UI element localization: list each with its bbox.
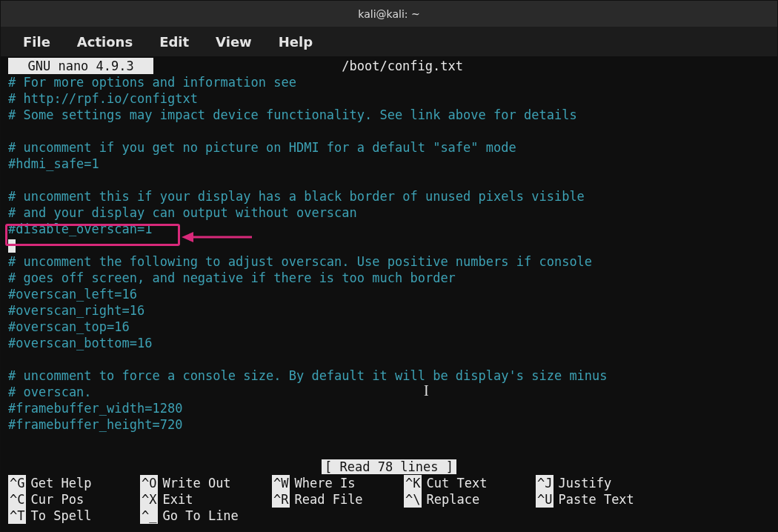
shortcut-key: ^W	[272, 475, 290, 491]
shortcut-item: ^WWhere Is	[272, 475, 404, 491]
shortcut-key: ^U	[536, 491, 553, 508]
editor-line[interactable]: # goes off screen, and negative if there…	[8, 270, 770, 286]
shortcut-item: ^KCut Text	[404, 475, 536, 491]
nano-titlebar: GNU nano 4.9.3 /boot/config.txt	[1, 58, 777, 74]
nano-footer: [ Read 78 lines ] ^GGet Help^OWrite Out^…	[8, 459, 770, 524]
menubar: File Actions Edit View Help	[0, 27, 778, 56]
terminal[interactable]: GNU nano 4.9.3 /boot/config.txt # For mo…	[0, 56, 778, 532]
menu-actions[interactable]: Actions	[65, 30, 144, 54]
editor-line[interactable]: #framebuffer_width=1280	[8, 400, 770, 416]
shortcut-item: ^GGet Help	[8, 475, 140, 491]
nano-filename: /boot/config.txt	[153, 58, 651, 74]
editor-line[interactable]: #overscan_right=16	[8, 302, 770, 319]
nano-version: GNU nano 4.9.3	[8, 58, 153, 74]
shortcut-label: Where Is	[290, 475, 355, 491]
shortcut-label: Cut Text	[422, 475, 487, 491]
editor-line[interactable]: #overscan_bottom=16	[8, 335, 770, 351]
editor-line[interactable]: # overscan.	[8, 384, 770, 400]
shortcut-key: ^O	[140, 475, 158, 491]
shortcut-key: ^J	[536, 475, 553, 491]
shortcut-item: ^XExit	[140, 491, 272, 508]
editor-line[interactable]: # uncomment the following to adjust over…	[8, 253, 770, 270]
shortcut-item: ^CCur Pos	[8, 491, 140, 508]
nano-status-message: [ Read 78 lines ]	[8, 459, 770, 475]
menu-help[interactable]: Help	[267, 30, 325, 54]
editor-line[interactable]: # and your display can output without ov…	[8, 205, 770, 221]
editor-line[interactable]: #framebuffer_height=720	[8, 416, 770, 433]
editor-line[interactable]: # http://rpf.io/configtxt	[8, 90, 770, 107]
editor-line[interactable]	[8, 351, 770, 368]
editor-content[interactable]: # For more options and information see# …	[1, 74, 777, 433]
editor-line[interactable]: # Some settings may impact device functi…	[8, 107, 770, 123]
shortcut-label: Read File	[290, 491, 362, 508]
shortcut-label: To Spell	[26, 508, 91, 524]
menu-edit[interactable]: Edit	[147, 30, 201, 54]
shortcut-item: ^_Go To Line	[140, 508, 272, 524]
editor-line[interactable]	[8, 123, 770, 139]
editor-line[interactable]	[8, 172, 770, 188]
window-titlebar: kali@kali: ~	[0, 0, 778, 27]
cursor	[8, 239, 16, 253]
editor-line[interactable]: #disable_overscan=1	[8, 221, 770, 237]
editor-line[interactable]: # uncomment this if your display has a b…	[8, 188, 770, 205]
shortcut-item: ^JJustify	[536, 475, 668, 491]
window-title: kali@kali: ~	[358, 8, 419, 20]
shortcut-item: ^OWrite Out	[140, 475, 272, 491]
shortcut-item: ^TTo Spell	[8, 508, 140, 524]
shortcut-key: ^T	[8, 508, 26, 524]
editor-line[interactable]: #hdmi_safe=1	[8, 156, 770, 172]
shortcut-label: Exit	[158, 491, 193, 508]
shortcut-label: Paste Text	[553, 491, 634, 508]
editor-line[interactable]: #overscan_left=16	[8, 286, 770, 302]
shortcut-label: Write Out	[158, 475, 230, 491]
shortcut-key: ^G	[8, 475, 26, 491]
shortcut-label: Go To Line	[158, 508, 238, 524]
shortcut-key: ^R	[272, 491, 290, 508]
menu-view[interactable]: View	[204, 30, 264, 54]
nano-shortcuts: ^GGet Help^OWrite Out^WWhere Is^KCut Tex…	[8, 475, 770, 524]
shortcut-item: ^RRead File	[272, 491, 404, 508]
shortcut-key: ^C	[8, 491, 26, 508]
shortcut-label: Replace	[422, 491, 479, 508]
shortcut-label: Get Help	[26, 475, 91, 491]
editor-line[interactable]: # For more options and information see	[8, 74, 770, 90]
shortcut-key: ^K	[404, 475, 422, 491]
editor-line[interactable]: # uncomment to force a console size. By …	[8, 368, 770, 384]
shortcut-item: ^UPaste Text	[536, 491, 668, 508]
shortcut-key: ^X	[140, 491, 158, 508]
shortcut-label: Justify	[553, 475, 611, 491]
editor-line[interactable]	[8, 237, 770, 253]
menu-file[interactable]: File	[11, 30, 62, 54]
shortcut-key: ^_	[140, 508, 158, 524]
shortcut-key: ^\	[404, 491, 422, 508]
editor-line[interactable]: # uncomment if you get no picture on HDM…	[8, 139, 770, 156]
editor-line[interactable]: #overscan_top=16	[8, 319, 770, 335]
shortcut-label: Cur Pos	[26, 491, 84, 508]
shortcut-item: ^\Replace	[404, 491, 536, 508]
